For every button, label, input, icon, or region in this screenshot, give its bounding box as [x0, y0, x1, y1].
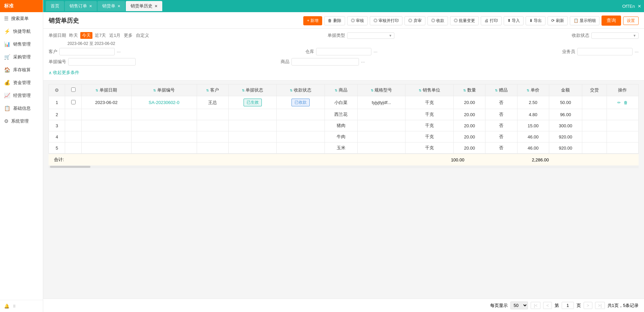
import-button[interactable]: ⬆ 导入 [504, 16, 524, 25]
sidebar-item-basic-info[interactable]: 📋 基础信息 [0, 102, 43, 115]
sort-unit-icon[interactable]: ⇅ [419, 88, 421, 92]
goods-ellipsis-btn[interactable]: ··· [361, 59, 365, 64]
per-page-select[interactable]: 50 100 200 [510, 302, 528, 309]
prev-page-btn[interactable]: < [543, 302, 552, 309]
cell-amount: 50.00 [549, 96, 582, 109]
cell-spec [357, 109, 405, 120]
sidebar-item-purchase-mgmt[interactable]: 🛒 采购管理 [0, 51, 43, 63]
inventory-icon: 🏠 [4, 67, 10, 73]
last-page-btn[interactable]: >| [595, 302, 605, 309]
doc-no-input[interactable] [68, 58, 136, 66]
show-detail-button[interactable]: 📋 显示明细 [570, 16, 599, 25]
filter-row-2: 客户 ··· 仓库 ··· 业务员 ··· [49, 48, 639, 55]
col-doc-status: ⇅ 单据状态 [228, 84, 277, 96]
next-page-btn[interactable]: > [584, 302, 592, 309]
audit-print-button[interactable]: ◎ 审核并打印 [370, 16, 402, 25]
sort-customer-icon[interactable]: ⇅ [206, 88, 209, 92]
sidebar-item-sys-mgmt[interactable]: ⚙ 系统管理 [0, 115, 43, 128]
sort-gift-icon[interactable]: ⇅ [495, 88, 498, 92]
sort-date-icon[interactable]: ⇅ [95, 88, 98, 92]
sidebar-item-inventory[interactable]: 🏠 库存核算 [0, 63, 43, 76]
sort-goods-icon[interactable]: ⇅ [335, 88, 337, 92]
shortcut-today[interactable]: 今天 [80, 32, 92, 39]
collect-button[interactable]: ◎ 收款 [427, 16, 448, 25]
pause-icon[interactable]: ⏸ [12, 304, 17, 309]
pagination: 每页显示 50 100 200 |< < 第 页 > >| 共1页，5条记录 [43, 298, 644, 312]
warehouse-ellipsis-btn[interactable]: ··· [373, 49, 377, 54]
data-table: ⚙ ⇅ 单据日期 ⇅ 单据编号 ⇅ 客户 ⇅ 单据状态 ⇅ 收款状态 ⇅ 商品 … [49, 84, 639, 154]
cell-doc-status [228, 131, 277, 142]
new-button[interactable]: + 新增 [303, 16, 322, 25]
action-删除-btn[interactable]: 🗑 [623, 100, 629, 105]
shortcut-yesterday[interactable]: 昨天 [68, 32, 79, 39]
sidebar-item-label: 系统管理 [11, 118, 29, 124]
select-all-checkbox[interactable] [71, 87, 76, 92]
sys-mgmt-icon: ⚙ [4, 118, 8, 124]
col-action: 操作 [607, 84, 638, 96]
col-price: ⇅ 单价 [517, 84, 549, 96]
page-input[interactable] [562, 302, 574, 309]
tab-sales-goods-close[interactable]: ✕ [117, 4, 120, 8]
batch-change-button[interactable]: ◎ 批量变更 [450, 16, 479, 25]
cell-qty: 20.00 [454, 120, 485, 131]
delete-button[interactable]: 🗑 删除 [324, 16, 345, 25]
print-button[interactable]: 🖨 打印 [481, 16, 501, 25]
collapse-btn[interactable]: ∧ 收起更多条件 [49, 68, 639, 77]
scrollbar-thumb[interactable] [50, 166, 90, 168]
shortcut-custom[interactable]: 自定义 [135, 32, 150, 39]
tab-sales-history[interactable]: 销货单历史 ✕ [126, 1, 162, 11]
basic-info-icon: 📋 [4, 105, 10, 111]
shortcut-1month[interactable]: 近1月 [108, 32, 121, 39]
settings-gear-icon[interactable]: ⚙ [55, 87, 59, 93]
query-button[interactable]: 查询 [601, 16, 621, 26]
sidebar-item-finance[interactable]: 💰 资金管理 [0, 76, 43, 89]
sidebar-item-operations[interactable]: 📈 经营管理 [0, 89, 43, 102]
cell-doc-no [131, 120, 197, 131]
settings-button[interactable]: 设置 [623, 17, 639, 25]
shortcut-more[interactable]: 更多 [123, 32, 134, 39]
sort-doc-no-icon[interactable]: ⇅ [153, 88, 156, 92]
tab-sales-order[interactable]: 销售订单 ✕ [65, 1, 97, 11]
col-settings[interactable]: ⚙ [49, 84, 65, 96]
cell-no: 1 [49, 96, 65, 109]
horizontal-scrollbar[interactable] [49, 165, 639, 168]
shortcut-7days[interactable]: 近7天 [94, 32, 107, 39]
refresh-button[interactable]: ⟳ 刷新 [548, 16, 567, 25]
tab-sales-goods[interactable]: 销货单 ✕ [97, 1, 125, 11]
cell-spec [357, 142, 405, 154]
sort-doc-status-icon[interactable]: ⇅ [242, 88, 245, 92]
notification-icon[interactable]: 🔔 [4, 304, 9, 309]
sort-price-icon[interactable]: ⇅ [527, 88, 529, 92]
tab-home[interactable]: 首页 [46, 1, 64, 11]
sidebar-item-search-menu[interactable]: ☰ 搜索菜单 [0, 12, 43, 25]
doc-type-dropdown[interactable]: ▼ [347, 32, 394, 39]
audit-button[interactable]: ◎ 审核 [347, 16, 368, 25]
tab-sales-order-close[interactable]: ✕ [89, 4, 92, 8]
doc-type-label: 单据类型 [328, 32, 345, 38]
salesperson-ellipsis-btn[interactable]: ··· [635, 49, 639, 54]
salesperson-input[interactable] [577, 48, 633, 55]
cell-pay-status [277, 131, 325, 142]
sort-qty-icon[interactable]: ⇅ [463, 88, 466, 92]
topbar-close-btn[interactable]: ✕ [638, 4, 641, 9]
export-button[interactable]: ⬇ 导出 [526, 16, 545, 25]
warehouse-input[interactable] [316, 48, 371, 55]
cell-checkbox [65, 96, 81, 109]
action-编辑-btn[interactable]: ✏ [616, 100, 622, 105]
tab-sales-history-close[interactable]: ✕ [155, 4, 158, 8]
salesperson-label: 业务员 [562, 49, 575, 55]
row-checkbox[interactable] [71, 100, 76, 104]
sidebar-item-label: 基础信息 [13, 105, 31, 111]
sidebar: 标准 ☰ 搜索菜单 ⚡ 快捷导航 📊 销售管理 🛒 采购管理 🏠 库存核算 💰 … [0, 0, 43, 312]
sort-pay-status-icon[interactable]: ⇅ [290, 88, 292, 92]
customer-input[interactable] [59, 48, 115, 55]
sidebar-item-quick-nav[interactable]: ⚡ 快捷导航 [0, 25, 43, 38]
abandon-button[interactable]: ◎ 弃审 [404, 16, 425, 25]
goods-input[interactable] [291, 58, 359, 66]
first-page-btn[interactable]: |< [531, 302, 540, 309]
sidebar-item-sales-mgmt[interactable]: 📊 销售管理 [0, 38, 43, 51]
sort-spec-icon[interactable]: ⇅ [371, 88, 373, 92]
customer-ellipsis-btn[interactable]: ··· [117, 49, 121, 54]
cell-delivery [582, 109, 607, 120]
payment-status-dropdown[interactable]: ▼ [591, 32, 639, 39]
